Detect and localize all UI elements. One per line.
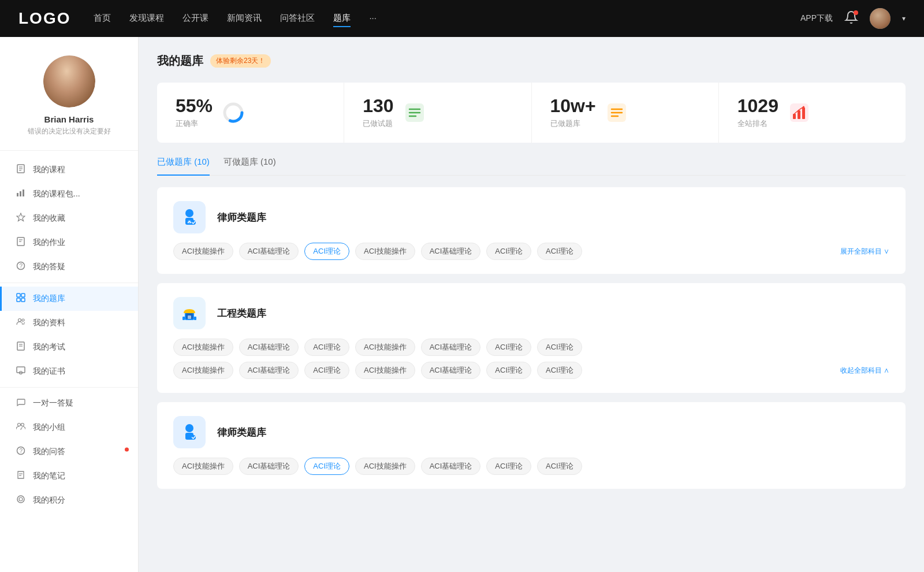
bank-tag[interactable]: ACI基础理论 — [239, 362, 299, 379]
svg-rect-43 — [793, 114, 796, 119]
bank-tag[interactable]: ACI技能操作 — [173, 339, 233, 356]
sidebar-item-favorites[interactable]: 我的收藏 — [0, 206, 138, 231]
collapse-link[interactable]: 收起全部科目 ∧ — [840, 366, 889, 376]
bank-card-lawyer-2: 律师类题库 ACI技能操作 ACI基础理论 ACI理论 ACI技能操作 ACI基… — [157, 402, 906, 489]
sidebar-item-course-pack[interactable]: 我的课程包... — [0, 182, 138, 206]
sidebar-item-homework[interactable]: 我的作业 — [0, 231, 138, 255]
user-avatar[interactable] — [870, 8, 891, 29]
document-icon — [16, 164, 26, 176]
sidebar-item-mydata[interactable]: 我的资料 — [0, 311, 138, 335]
navbar-logo: LOGO — [18, 9, 70, 28]
engineer-icon — [173, 297, 206, 329]
bank-tags-row-2a: ACI技能操作 ACI基础理论 ACI理论 ACI技能操作 ACI基础理论 AC… — [173, 339, 889, 356]
bank-tag[interactable]: ACI理论 — [486, 362, 531, 379]
sidebar-item-questionbank[interactable]: 我的题库 — [0, 287, 138, 311]
svg-rect-55 — [194, 317, 196, 320]
bank-tag[interactable]: ACI理论 — [537, 243, 582, 260]
nav-item-more[interactable]: ··· — [369, 10, 377, 27]
bank-tag[interactable]: ACI理论 — [537, 458, 582, 475]
sidebar-item-certificate[interactable]: 我的证书 — [0, 359, 138, 384]
bank-card-engineer: 工程类题库 ACI技能操作 ACI基础理论 ACI理论 ACI技能操作 ACI基… — [157, 283, 906, 393]
nav-item-questionbank[interactable]: 题库 — [333, 10, 351, 27]
stats-row: 55% 正确率 130 已做试题 — [157, 83, 906, 143]
svg-point-47 — [185, 209, 193, 217]
sidebar-item-qanda[interactable]: ? 我的答疑 — [0, 255, 138, 279]
svg-rect-4 — [17, 193, 18, 196]
stat-ranking: 1029 全站排名 — [719, 83, 906, 143]
tab-available-banks[interactable]: 可做题库 (10) — [223, 157, 276, 176]
bank-card-header: 律师类题库 — [173, 201, 889, 233]
bank-tag[interactable]: ACI基础理论 — [421, 339, 481, 356]
bank-tag[interactable]: ACI基础理论 — [239, 339, 299, 356]
profile-avatar-image — [43, 55, 95, 107]
sidebar-item-points[interactable]: 我的积分 — [0, 488, 138, 512]
bank-tag-active-3[interactable]: ACI理论 — [304, 458, 349, 475]
sidebar-item-my-courses[interactable]: 我的课程 — [0, 158, 138, 182]
sidebar-divider-2 — [0, 387, 138, 388]
sidebar-item-label: 我的资料 — [33, 318, 65, 328]
sidebar-item-group[interactable]: 我的小组 — [0, 415, 138, 440]
sidebar-item-label: 我的问答 — [33, 447, 65, 457]
notification-bell[interactable] — [844, 10, 858, 27]
navbar: LOGO 首页 发现课程 公开课 新闻资讯 问答社区 题库 ··· APP下载 … — [0, 0, 924, 37]
bank-tag[interactable]: ACI技能操作 — [173, 458, 233, 475]
bank-tag-active[interactable]: ACI理论 — [304, 243, 349, 260]
expand-link-1[interactable]: 展开全部科目 ∨ — [840, 247, 889, 257]
nav-item-opencourse[interactable]: 公开课 — [182, 10, 208, 27]
nav-item-qa[interactable]: 问答社区 — [280, 10, 315, 27]
page-title: 我的题库 — [157, 53, 203, 69]
sidebar-item-label: 我的课程包... — [33, 189, 80, 199]
bank-tag[interactable]: ACI理论 — [486, 339, 531, 356]
sidebar-divider-1 — [0, 283, 138, 283]
stat-ranking-value: 1029 — [737, 96, 778, 115]
bank-tag[interactable]: ACI理论 — [537, 362, 582, 379]
svg-rect-6 — [23, 190, 24, 196]
svg-marker-7 — [17, 213, 25, 221]
tab-done-banks[interactable]: 已做题库 (10) — [157, 157, 210, 176]
question2-icon: ? — [16, 446, 26, 458]
sidebar-item-notes[interactable]: 我的笔记 — [0, 464, 138, 488]
user-chevron-icon[interactable]: ▾ — [902, 14, 906, 23]
sidebar-item-1on1[interactable]: 一对一答疑 — [0, 391, 138, 415]
bank-tag[interactable]: ACI技能操作 — [355, 243, 415, 260]
bank-tags-row-2b: ACI技能操作 ACI基础理论 ACI理论 ACI技能操作 ACI基础理论 AC… — [173, 362, 889, 379]
svg-rect-16 — [21, 298, 25, 302]
bank-tag[interactable]: ACI理论 — [486, 458, 531, 475]
sidebar-item-label: 我的作业 — [33, 237, 65, 248]
donut-chart-icon — [222, 101, 245, 124]
sidebar-item-exam[interactable]: 我的考试 — [0, 335, 138, 359]
svg-point-17 — [18, 319, 21, 322]
stat-done-questions: 130 已做试题 — [344, 83, 531, 143]
navbar-right: APP下载 ▾ — [800, 8, 906, 29]
svg-rect-22 — [17, 367, 25, 373]
app-download-link[interactable]: APP下载 — [800, 13, 833, 24]
bank-tag[interactable]: ACI理论 — [537, 339, 582, 356]
nav-item-discover[interactable]: 发现课程 — [129, 10, 164, 27]
bank-tag[interactable]: ACI技能操作 — [355, 458, 415, 475]
stat-accuracy-label: 正确率 — [176, 118, 213, 129]
main-content: 我的题库 体验剩余23天！ 55% 正确率 — [139, 37, 924, 572]
sidebar-item-myqanda[interactable]: ? 我的问答 — [0, 440, 138, 464]
bank-tag[interactable]: ACI技能操作 — [173, 243, 233, 260]
bank-tag[interactable]: ACI技能操作 — [355, 362, 415, 379]
bank-tag[interactable]: ACI基础理论 — [239, 458, 299, 475]
nav-item-home[interactable]: 首页 — [94, 10, 111, 27]
bank-tag[interactable]: ACI理论 — [304, 362, 349, 379]
nav-item-news[interactable]: 新闻资讯 — [227, 10, 262, 27]
stat-banks-value: 10w+ — [550, 96, 596, 115]
certificate-icon — [16, 366, 26, 377]
svg-rect-54 — [182, 317, 185, 320]
bank-tag[interactable]: ACI基础理论 — [421, 362, 481, 379]
bank-tag[interactable]: ACI基础理论 — [421, 243, 481, 260]
bank-tag[interactable]: ACI技能操作 — [355, 339, 415, 356]
bank-tag[interactable]: ACI理论 — [486, 243, 531, 260]
svg-point-24 — [18, 424, 21, 426]
bank-tag[interactable]: ACI基础理论 — [239, 243, 299, 260]
svg-point-18 — [22, 319, 24, 321]
bank-tag[interactable]: ACI理论 — [304, 339, 349, 356]
navbar-menu: 首页 发现课程 公开课 新闻资讯 问答社区 题库 ··· — [94, 10, 800, 27]
bank-tag[interactable]: ACI基础理论 — [421, 458, 481, 475]
bar-red-icon — [788, 101, 811, 124]
sidebar-item-label: 我的考试 — [33, 342, 65, 352]
bank-tag[interactable]: ACI技能操作 — [173, 362, 233, 379]
